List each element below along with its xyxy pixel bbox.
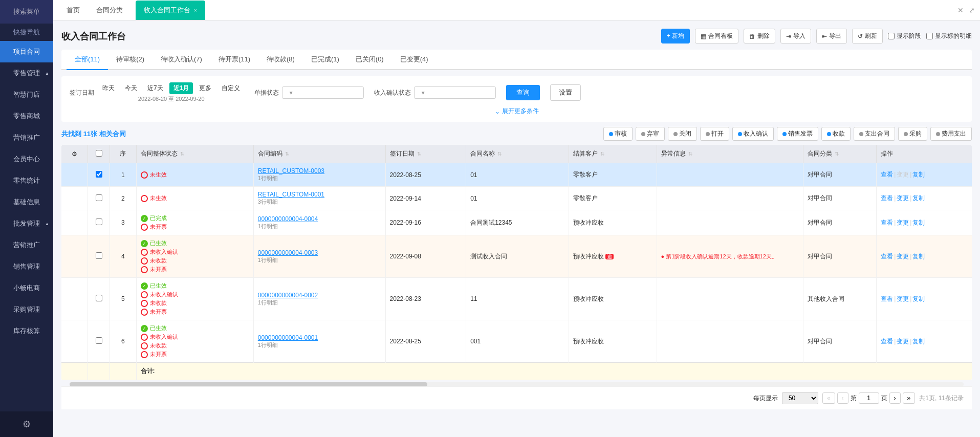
action-btn-sales-invoice[interactable]: 销售发票 bbox=[777, 127, 818, 141]
sidebar-item-smart-store[interactable]: 智慧门店 bbox=[0, 84, 53, 105]
contract-code-link[interactable]: 0000000000004-0002 bbox=[258, 292, 318, 299]
last-page-btn[interactable]: » bbox=[903, 392, 916, 404]
op-复制[interactable]: 复制 bbox=[912, 295, 925, 302]
action-btn-abandon[interactable]: 弃审 bbox=[636, 127, 665, 141]
sidebar-item-wholesale-mgmt[interactable]: 批发管理 bbox=[0, 213, 53, 234]
show-stage-checkbox[interactable]: 显示阶段 bbox=[888, 32, 921, 40]
sidebar-item-inventory[interactable]: 库存核算 bbox=[0, 320, 53, 342]
filter-tab-all[interactable]: 全部(11) bbox=[67, 50, 108, 70]
show-mark-checkbox[interactable]: 显示标的明细 bbox=[926, 32, 972, 40]
contract-code-link[interactable]: 0000000000004-0001 bbox=[258, 334, 318, 341]
sidebar-item-marketing2[interactable]: 营销推广 bbox=[0, 234, 53, 256]
row-checkbox-5[interactable] bbox=[96, 337, 102, 344]
row-checkbox-1[interactable] bbox=[96, 194, 102, 201]
window-maximize-btn[interactable]: ⤢ bbox=[969, 6, 975, 14]
filter-tab-pending-review[interactable]: 待审核(2) bbox=[108, 50, 153, 70]
sidebar-item-project[interactable]: 项目合同 bbox=[0, 41, 53, 62]
op-查看[interactable]: 查看 bbox=[881, 295, 893, 302]
sidebar-nav[interactable]: 快捷导航 bbox=[0, 24, 53, 41]
export-button[interactable]: ⇤ 导出 bbox=[816, 29, 847, 43]
action-btn-expense-out[interactable]: 支出合同 bbox=[854, 127, 895, 141]
contract-code-link[interactable]: RETAIL_CUSTOM-0003 bbox=[258, 167, 324, 174]
filter-tab-closed[interactable]: 已关闭(0) bbox=[347, 50, 392, 70]
op-复制[interactable]: 复制 bbox=[912, 171, 925, 178]
tab-close-contract-type[interactable]: × bbox=[123, 7, 127, 13]
op-变更[interactable]: 变更 bbox=[897, 338, 909, 345]
date-btn-today[interactable]: 今天 bbox=[121, 82, 141, 94]
filter-tab-completed[interactable]: 已完成(1) bbox=[303, 50, 347, 70]
import-button[interactable]: ⇥ 导入 bbox=[780, 29, 811, 43]
row-checkbox-2[interactable] bbox=[96, 218, 102, 225]
sidebar-item-sales-mgmt[interactable]: 销售管理 bbox=[0, 256, 53, 277]
type-col[interactable]: 合同分类 ⇅ bbox=[803, 145, 877, 163]
scrollbar-thumb[interactable] bbox=[70, 382, 427, 386]
op-复制[interactable]: 复制 bbox=[912, 194, 925, 202]
tab-home[interactable]: 首页 bbox=[58, 1, 88, 20]
action-btn-receipt[interactable]: 收款 bbox=[821, 127, 851, 141]
row-checkbox-4[interactable] bbox=[96, 295, 102, 301]
sidebar-item-purchase[interactable]: 采购管理 bbox=[0, 299, 53, 320]
sidebar-item-marketing[interactable]: 营销推广 bbox=[0, 127, 53, 148]
doc-status-select[interactable]: ▼ bbox=[282, 86, 364, 99]
name-col[interactable]: 合同名称 ⇅ bbox=[466, 145, 569, 163]
sidebar-item-member[interactable]: 会员中心 bbox=[0, 148, 53, 170]
query-button[interactable]: 查询 bbox=[506, 85, 540, 100]
refresh-button[interactable]: ↺ 刷新 bbox=[852, 29, 883, 43]
action-btn-purchase[interactable]: 采购 bbox=[898, 127, 927, 141]
op-变更[interactable]: 变更 bbox=[897, 253, 909, 260]
tab-income-workbench[interactable]: 收入合同工作台 × bbox=[136, 1, 205, 20]
op-查看[interactable]: 查看 bbox=[881, 219, 893, 226]
op-查看[interactable]: 查看 bbox=[881, 194, 893, 202]
window-close-btn[interactable]: ✕ bbox=[957, 6, 964, 14]
op-变更[interactable]: 变更 bbox=[897, 194, 909, 202]
status-col[interactable]: 合同整体状态 ⇅ bbox=[136, 145, 253, 163]
tab-close-income-workbench[interactable]: × bbox=[193, 7, 197, 13]
page-size-select[interactable]: 50 20 100 bbox=[782, 392, 818, 404]
date-btn-yesterday[interactable]: 昨天 bbox=[98, 82, 119, 94]
settings-gear-icon[interactable]: ⚙ bbox=[0, 411, 53, 437]
row-checkbox-3[interactable] bbox=[96, 252, 102, 259]
expand-conditions-button[interactable]: ⌄ 展开更多条件 bbox=[495, 107, 539, 116]
check-col[interactable] bbox=[88, 145, 110, 163]
filter-tab-pending-invoice[interactable]: 待开票(11) bbox=[210, 50, 258, 70]
op-复制[interactable]: 复制 bbox=[912, 219, 925, 226]
filter-tab-pending-confirm[interactable]: 待收入确认(7) bbox=[153, 50, 210, 70]
filter-tab-pending-payment[interactable]: 待收款(8) bbox=[258, 50, 303, 70]
date-btn-last1month[interactable]: 近1月 bbox=[169, 82, 193, 94]
op-查看[interactable]: 查看 bbox=[881, 253, 893, 260]
row-check-cell[interactable] bbox=[88, 320, 110, 363]
tab-contract-type[interactable]: 合同分类 × bbox=[88, 1, 136, 20]
op-查看[interactable]: 查看 bbox=[881, 338, 893, 345]
customer-col[interactable]: 结算客户 ⇅ bbox=[569, 145, 657, 163]
select-all-checkbox[interactable] bbox=[96, 150, 102, 157]
action-btn-income-confirm[interactable]: 收入确认 bbox=[732, 127, 774, 141]
row-checkbox-0[interactable] bbox=[96, 171, 102, 178]
horizontal-scrollbar[interactable] bbox=[70, 382, 964, 386]
contract-view-button[interactable]: ▦ 合同看板 bbox=[695, 29, 738, 43]
op-变更[interactable]: 变更 bbox=[897, 171, 909, 178]
prev-page-btn[interactable]: ‹ bbox=[837, 392, 848, 404]
date-btn-custom[interactable]: 自定义 bbox=[217, 82, 244, 94]
action-btn-close[interactable]: 关闭 bbox=[668, 127, 697, 141]
code-col[interactable]: 合同编码 ⇅ bbox=[253, 145, 385, 163]
op-变更[interactable]: 变更 bbox=[897, 219, 909, 226]
action-btn-expense-pay[interactable]: 费用支出 bbox=[930, 127, 972, 141]
set-button[interactable]: 设置 bbox=[550, 84, 581, 101]
row-check-cell[interactable] bbox=[88, 163, 110, 187]
contract-code-link[interactable]: 0000000000004-0003 bbox=[258, 249, 318, 256]
date-btn-more[interactable]: 更多 bbox=[195, 82, 215, 94]
sidebar-item-xiaochang[interactable]: 小畅电商 bbox=[0, 277, 53, 299]
error-col[interactable]: 异常信息 ⇅ bbox=[657, 145, 803, 163]
sidebar-item-retail-stats[interactable]: 零售统计 bbox=[0, 170, 53, 191]
row-check-cell[interactable] bbox=[88, 278, 110, 320]
contract-code-link[interactable]: 0000000000004-0004 bbox=[258, 215, 318, 223]
contract-code-link[interactable]: RETAIL_CUSTOM-0001 bbox=[258, 191, 324, 198]
filter-tab-changed[interactable]: 已变更(4) bbox=[392, 50, 437, 70]
row-check-cell[interactable] bbox=[88, 187, 110, 210]
date-btn-last7[interactable]: 近7天 bbox=[143, 82, 167, 94]
op-变更[interactable]: 变更 bbox=[897, 295, 909, 302]
next-page-btn[interactable]: › bbox=[889, 392, 901, 404]
action-btn-print[interactable]: 打开 bbox=[700, 127, 729, 141]
page-input[interactable] bbox=[859, 392, 879, 404]
action-btn-review[interactable]: 审核 bbox=[603, 127, 633, 141]
